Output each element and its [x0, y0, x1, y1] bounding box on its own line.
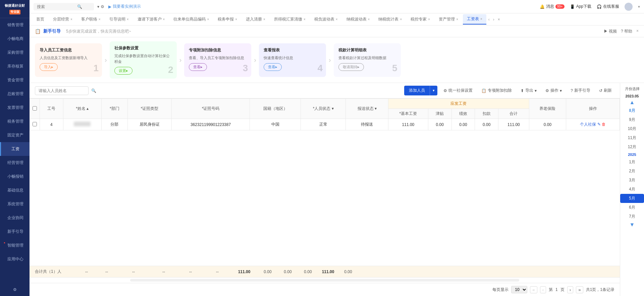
close-icon[interactable]: × — [70, 17, 72, 21]
month-next-btn[interactable]: ▼ — [629, 221, 636, 228]
add-person-btn[interactable]: 添加人员 — [404, 86, 430, 95]
tab-next-icon[interactable]: › — [492, 16, 496, 23]
sidebar-item-智能管理[interactable]: 智能管理 — [0, 239, 30, 252]
close-icon[interactable]: × — [480, 17, 482, 21]
sidebar-item-固定资产[interactable]: 固定资产 — [0, 128, 30, 142]
close-icon[interactable]: × — [99, 17, 101, 21]
tab-layered-mgmt[interactable]: 分层经营× — [49, 14, 76, 24]
month-item-12[interactable]: 12月 — [620, 142, 644, 152]
step4-btn[interactable]: 查看▸ — [264, 63, 282, 71]
close-icon[interactable]: × — [400, 17, 402, 21]
guide-help-btn[interactable]: ? 帮助 — [621, 29, 632, 34]
tab-tax-wave[interactable]: 纳税波动表× — [342, 14, 374, 24]
tab-guide[interactable]: 引导说明× — [105, 14, 133, 24]
step5-btn[interactable]: 敬请期待▸ — [338, 63, 364, 71]
step3-btn[interactable]: 查看▸ — [189, 63, 207, 71]
tab-prev-icon[interactable]: ‹ — [487, 16, 491, 23]
month-item-7[interactable]: 7月 — [620, 212, 644, 221]
sidebar-item-系统管理[interactable]: 系统管理 — [0, 197, 30, 211]
tab-tax-burden[interactable]: 税负波动表× — [310, 14, 342, 24]
guide-close-btn[interactable]: × — [636, 29, 639, 34]
close-icon[interactable]: × — [336, 17, 338, 21]
month-item-5-active[interactable]: 5月 — [620, 194, 644, 203]
app-download-btn[interactable]: 📱 App下载 — [570, 4, 591, 9]
month-item-11[interactable]: 11月 — [620, 133, 644, 142]
tab-product-code[interactable]: 往来单位商品编码× — [169, 14, 213, 24]
close-icon[interactable]: × — [368, 17, 370, 21]
sidebar-item-总账管理[interactable]: 总账管理 — [0, 87, 30, 101]
close-icon[interactable]: × — [163, 17, 165, 21]
operation-btn[interactable]: ⚙ 操作 ▾ — [543, 86, 565, 95]
online-service-btn[interactable]: 🎧 在线客服 — [597, 4, 619, 9]
month-item-8[interactable]: 8月 — [620, 106, 644, 115]
tab-tax-expert[interactable]: 税控专家× — [407, 14, 434, 24]
month-item-6[interactable]: 6月 — [620, 203, 644, 212]
select-all-checkbox[interactable] — [33, 106, 37, 111]
settings-icon[interactable]: ⚙ — [0, 283, 30, 296]
person-search-input[interactable] — [35, 86, 89, 95]
month-item-2[interactable]: 2月 — [620, 167, 644, 176]
close-icon[interactable]: × — [127, 17, 129, 21]
table-scrollbar[interactable] — [30, 277, 620, 283]
message-btn[interactable]: 🔔 消息 99+ — [540, 4, 565, 9]
step1-btn[interactable]: 导入▸ — [40, 63, 58, 71]
tab-income-tax[interactable]: 所得税汇算清缴× — [270, 14, 310, 24]
row-checkbox[interactable] — [33, 122, 37, 126]
close-icon[interactable]: × — [207, 17, 209, 21]
close-icon[interactable]: × — [456, 17, 458, 21]
month-item-1[interactable]: 1月 — [620, 158, 644, 167]
sidebar-item-资金管理[interactable]: 资金管理 — [0, 73, 30, 87]
demo-link[interactable]: ▶ 我要看实例演示 — [108, 4, 141, 9]
tab-invite[interactable]: 邀请下游客户× — [133, 14, 169, 24]
tab-salary[interactable]: 工资表× — [463, 14, 486, 25]
tab-tax-report[interactable]: 税务申报× — [214, 14, 241, 24]
user-menu-icon[interactable]: ▾ — [638, 4, 640, 9]
sidebar-item-税务管理[interactable]: 税务管理 — [0, 115, 30, 128]
sidebar-item-销售管理[interactable]: 销售管理 — [0, 18, 30, 32]
sidebar-item-经营管理[interactable]: 经营管理 — [0, 156, 30, 170]
close-icon[interactable]: × — [235, 17, 237, 21]
user-avatar[interactable] — [625, 3, 633, 11]
last-page-btn[interactable]: » — [576, 286, 583, 293]
scroll-thumb[interactable] — [130, 279, 519, 282]
month-item-3[interactable]: 3月 — [620, 176, 644, 185]
sidebar-item-企业协同[interactable]: 企业协同 — [0, 211, 30, 225]
tab-close-all-icon[interactable]: × — [496, 16, 501, 23]
month-item-4[interactable]: 4月 — [620, 185, 644, 194]
export-btn[interactable]: ⬆ 导出 ▾ — [518, 86, 539, 95]
sidebar-item-采购管理[interactable]: 采购管理 — [0, 46, 30, 59]
close-icon[interactable]: × — [304, 17, 306, 21]
guide-video-btn[interactable]: ▶ 视频 — [604, 29, 617, 34]
tab-asset[interactable]: 资产管理× — [435, 14, 462, 24]
first-page-btn[interactable]: « — [530, 286, 537, 293]
sidebar-item-发票管理[interactable]: 发票管理 — [0, 101, 30, 115]
prev-page-btn[interactable]: ‹ — [540, 286, 546, 293]
tab-clearance[interactable]: 进入清册× — [242, 14, 269, 24]
close-icon[interactable]: × — [428, 17, 430, 21]
search-btn[interactable]: 🔍 — [91, 88, 96, 93]
sidebar-item-工资[interactable]: 工资 — [0, 142, 30, 156]
step2-btn[interactable]: 设置▸ — [114, 67, 132, 75]
topbar-search-input[interactable] — [37, 4, 77, 9]
topbar-settings-icon[interactable]: ⚙ — [101, 4, 104, 9]
month-prev-btn[interactable]: ▲ — [629, 99, 636, 106]
sidebar-item-小畅报销[interactable]: 小畅报销 — [0, 170, 30, 183]
newbie-guide-btn[interactable]: ? 新手引导 — [568, 86, 593, 95]
sidebar-item-应用中心[interactable]: 应用中心 — [0, 252, 30, 266]
tab-tax-stat[interactable]: 纳税统计表× — [374, 14, 406, 24]
topbar-dropdown-icon[interactable]: ▾ — [97, 4, 99, 9]
tab-home[interactable]: 首页 — [32, 14, 48, 24]
row-action[interactable]: 个人社保 ✎ 🗑 — [566, 119, 620, 130]
sidebar-item-基础信息[interactable]: 基础信息 — [0, 183, 30, 197]
refresh-btn[interactable]: ↺ 刷新 — [596, 86, 614, 95]
next-page-btn[interactable]: › — [567, 286, 573, 293]
month-item-10[interactable]: 10月 — [620, 124, 644, 133]
add-person-dropdown-btn[interactable]: ▾ — [430, 86, 437, 95]
special-deduction-btn[interactable]: 📋 专项附加扣除 — [479, 86, 515, 95]
month-item-9[interactable]: 9月 — [620, 115, 644, 124]
unified-settings-btn[interactable]: ⚙ 统一社保设置 — [441, 86, 475, 95]
sidebar-item-小畅电商[interactable]: 小畅电商 — [0, 32, 30, 46]
close-icon[interactable]: × — [263, 17, 265, 21]
per-page-select[interactable]: 10 20 50 — [511, 286, 527, 293]
tab-customer[interactable]: 客户联络× — [77, 14, 105, 24]
